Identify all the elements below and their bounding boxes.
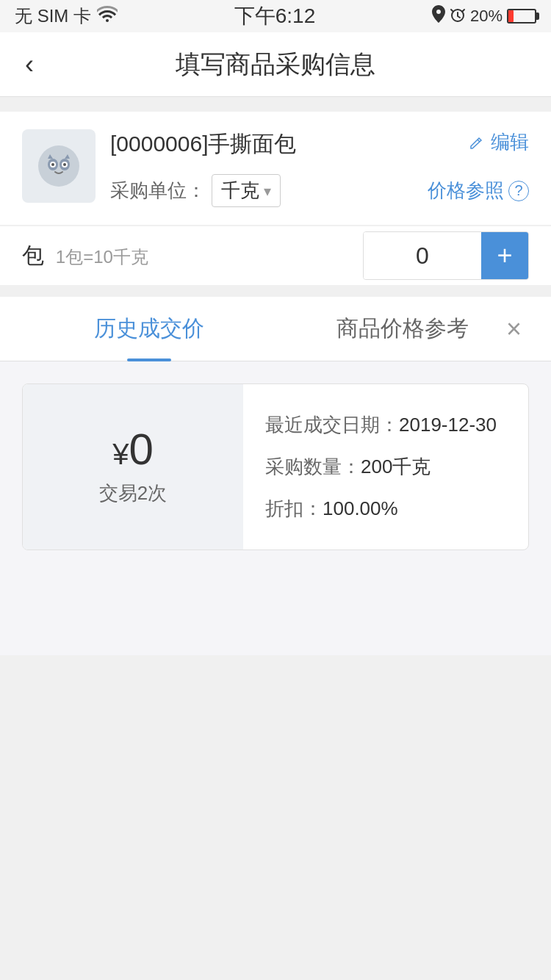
quantity-label-area: 包 1包=10千克 [22,241,148,271]
purchase-qty-label: 采购数量： [265,455,361,478]
tabs-bar: 历史成交价 商品价格参考 × [0,297,551,361]
help-icon: ? [508,181,529,201]
price-summary: ¥0 交易2次 [23,384,243,550]
status-right: 20% [432,5,536,27]
quantity-sub-label: 1包=10千克 [56,247,148,267]
product-thumbnail [22,129,96,203]
battery-percent: 20% [470,7,503,26]
discount-value: 100.00% [323,497,398,519]
discount-label: 折扣： [265,497,323,519]
nav-bar: ‹ 填写商品采购信息 [0,32,551,97]
status-bar: 无 SIM 卡 下午6:12 20% [0,0,551,32]
quantity-plus-button[interactable]: + [481,232,528,279]
carrier-text: 无 SIM 卡 [15,4,91,28]
content-area: ¥0 交易2次 最近成交日期：2019-12-30 采购数量：200千克 折扣：… [0,361,551,655]
product-unit-row: 采购单位： 千克 ▾ 价格参照 ? [110,174,529,207]
trade-count: 交易2次 [99,480,167,506]
product-name: [0000006]手撕面包 [110,129,296,159]
purchase-qty-value: 200千克 [361,455,431,478]
time-display: 下午6:12 [234,2,316,30]
unit-select[interactable]: 千克 ▾ [212,174,281,207]
product-card: [0000006]手撕面包 编辑 采购单位： 千克 ▾ 价格参照 ? [0,112,551,225]
discount-row: 折扣：100.00% [265,494,506,523]
status-left: 无 SIM 卡 [15,4,118,28]
price-amount: ¥0 [112,428,154,472]
chevron-down-icon: ▾ [264,182,271,200]
quantity-unit-label: 包 [22,243,44,267]
tab-product-price-ref[interactable]: 商品价格参考 [276,297,529,361]
alarm-icon [450,6,466,26]
tabs-close-button[interactable]: × [499,306,529,352]
quantity-section: 包 1包=10千克 + [0,226,551,285]
battery-icon [507,9,536,24]
product-info: [0000006]手撕面包 编辑 采购单位： 千克 ▾ 价格参照 ? [110,129,529,207]
svg-point-7 [63,163,66,166]
tab-history-price[interactable]: 历史成交价 [22,297,276,361]
price-details: 最近成交日期：2019-12-30 采购数量：200千克 折扣：100.00% [243,384,528,550]
edit-button[interactable]: 编辑 [469,129,529,155]
quantity-control: + [363,231,529,280]
recent-date-row: 最近成交日期：2019-12-30 [265,411,506,439]
location-icon [432,5,445,27]
svg-point-1 [38,145,79,187]
price-ref-button[interactable]: 价格参照 ? [428,178,529,203]
product-header: [0000006]手撕面包 编辑 [110,129,529,159]
purchase-qty-row: 采购数量：200千克 [265,453,506,481]
tab-active-underline [127,359,171,361]
recent-date-label: 最近成交日期： [265,414,399,436]
wifi-icon [97,6,118,26]
svg-point-6 [51,163,54,166]
price-card: ¥0 交易2次 最近成交日期：2019-12-30 采购数量：200千克 折扣：… [22,383,529,550]
recent-date-value: 2019-12-30 [399,414,497,436]
back-button[interactable]: ‹ [18,42,41,87]
unit-label: 采购单位： [110,178,206,203]
quantity-input[interactable] [364,232,481,279]
page-title: 填写商品采购信息 [176,48,375,82]
